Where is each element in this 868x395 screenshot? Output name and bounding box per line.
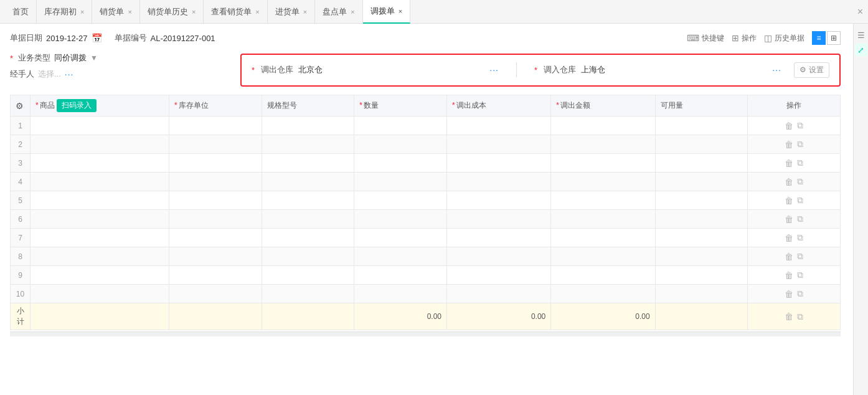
- history-button[interactable]: ◫ 历史单据: [764, 33, 804, 44]
- row-quantity[interactable]: [354, 247, 447, 266]
- row-product[interactable]: [31, 117, 169, 135]
- subtotal-copy-icon[interactable]: ⧉: [797, 312, 803, 322]
- row-spec[interactable]: [262, 285, 354, 303]
- delete-row-icon[interactable]: 🗑: [785, 289, 793, 299]
- row-spec[interactable]: [262, 191, 354, 210]
- tab-home[interactable]: 首页: [5, 0, 37, 24]
- row-transfer-amount[interactable]: [551, 135, 655, 154]
- operations-button[interactable]: ⊞ 操作: [732, 33, 757, 44]
- grid-view-button[interactable]: ⊞: [827, 31, 841, 45]
- sidebar-list-icon[interactable]: ☰: [855, 29, 867, 41]
- row-transfer-cost[interactable]: [447, 210, 551, 229]
- row-quantity[interactable]: [354, 173, 447, 191]
- table-container[interactable]: ⚙ *商品 扫码录入 *库存单位 规格型号 *数量 *调出成本 *调出金额 可用…: [10, 95, 841, 330]
- row-transfer-amount[interactable]: [551, 117, 655, 135]
- row-quantity[interactable]: [354, 154, 447, 173]
- delete-row-icon[interactable]: 🗑: [785, 214, 793, 224]
- row-available[interactable]: [655, 191, 748, 210]
- copy-row-icon[interactable]: ⧉: [797, 120, 803, 131]
- copy-row-icon[interactable]: ⧉: [797, 158, 803, 168]
- close-tab-view-sales[interactable]: ×: [255, 8, 259, 16]
- delete-row-icon[interactable]: 🗑: [785, 140, 793, 150]
- row-spec[interactable]: [262, 135, 354, 154]
- sidebar-expand-icon[interactable]: ⤢: [855, 44, 867, 56]
- row-quantity[interactable]: [354, 210, 447, 229]
- delete-row-icon[interactable]: 🗑: [785, 177, 793, 187]
- close-tab-inventory-check[interactable]: ×: [351, 8, 354, 16]
- warehouse-in-more-icon[interactable]: ···: [772, 65, 781, 75]
- row-spec[interactable]: [262, 173, 354, 191]
- row-available[interactable]: [655, 285, 748, 303]
- tab-inventory-init[interactable]: 库存期初 ×: [37, 0, 92, 24]
- handler-more-icon[interactable]: ···: [65, 69, 74, 79]
- row-transfer-cost[interactable]: [447, 191, 551, 210]
- horizontal-scrollbar[interactable]: [10, 331, 841, 336]
- copy-row-icon[interactable]: ⧉: [797, 139, 803, 150]
- row-unit[interactable]: [169, 210, 262, 229]
- delete-row-icon[interactable]: 🗑: [785, 233, 793, 243]
- row-unit[interactable]: [169, 229, 262, 247]
- row-unit[interactable]: [169, 154, 262, 173]
- close-tab-sales-history[interactable]: ×: [192, 8, 196, 16]
- tab-purchase-order[interactable]: 进货单 ×: [268, 0, 315, 24]
- row-spec[interactable]: [262, 117, 354, 135]
- row-quantity[interactable]: [354, 266, 447, 285]
- row-available[interactable]: [655, 117, 748, 135]
- row-unit[interactable]: [169, 117, 262, 135]
- handler-select[interactable]: 选择...: [38, 69, 61, 80]
- close-all-tabs-button[interactable]: ×: [857, 6, 863, 17]
- copy-row-icon[interactable]: ⧉: [797, 232, 803, 243]
- tab-view-sales[interactable]: 查看销货单 ×: [204, 0, 267, 24]
- row-transfer-amount[interactable]: [551, 247, 655, 266]
- tab-transfer-order[interactable]: 调拨单 ×: [363, 0, 410, 24]
- copy-row-icon[interactable]: ⧉: [797, 270, 803, 280]
- row-available[interactable]: [655, 266, 748, 285]
- row-transfer-cost[interactable]: [447, 173, 551, 191]
- tab-sales-order[interactable]: 销货单 ×: [92, 0, 139, 24]
- row-available[interactable]: [655, 247, 748, 266]
- row-product[interactable]: [31, 266, 169, 285]
- row-transfer-amount[interactable]: [551, 285, 655, 303]
- row-product[interactable]: [31, 285, 169, 303]
- row-transfer-amount[interactable]: [551, 210, 655, 229]
- copy-row-icon[interactable]: ⧉: [797, 195, 803, 206]
- row-product[interactable]: [31, 229, 169, 247]
- subtotal-delete-icon[interactable]: 🗑: [785, 312, 793, 321]
- row-product[interactable]: [31, 173, 169, 191]
- row-available[interactable]: [655, 173, 748, 191]
- calendar-icon[interactable]: 📅: [92, 33, 102, 43]
- row-spec[interactable]: [262, 154, 354, 173]
- close-tab-transfer-order[interactable]: ×: [399, 7, 402, 15]
- row-transfer-cost[interactable]: [447, 247, 551, 266]
- tab-sales-history[interactable]: 销货单历史 ×: [140, 0, 204, 24]
- copy-row-icon[interactable]: ⧉: [797, 214, 803, 224]
- delete-row-icon[interactable]: 🗑: [785, 158, 793, 168]
- copy-row-icon[interactable]: ⧉: [797, 176, 803, 187]
- row-product[interactable]: [31, 154, 169, 173]
- row-spec[interactable]: [262, 210, 354, 229]
- delete-row-icon[interactable]: 🗑: [785, 270, 793, 280]
- row-unit[interactable]: [169, 247, 262, 266]
- warehouse-out-more-icon[interactable]: ···: [489, 65, 499, 75]
- settings-button[interactable]: ⚙ 设置: [794, 62, 829, 78]
- row-quantity[interactable]: [354, 285, 447, 303]
- copy-row-icon[interactable]: ⧉: [797, 251, 803, 262]
- shortcuts-button[interactable]: ⌨ 快捷键: [687, 33, 724, 44]
- row-transfer-cost[interactable]: [447, 154, 551, 173]
- row-transfer-amount[interactable]: [551, 266, 655, 285]
- copy-row-icon[interactable]: ⧉: [797, 288, 803, 299]
- row-unit[interactable]: [169, 173, 262, 191]
- row-quantity[interactable]: [354, 117, 447, 135]
- row-unit[interactable]: [169, 266, 262, 285]
- row-product[interactable]: [31, 191, 169, 210]
- row-quantity[interactable]: [354, 229, 447, 247]
- tab-inventory-check[interactable]: 盘点单 ×: [315, 0, 362, 24]
- row-product[interactable]: [31, 210, 169, 229]
- business-type-select[interactable]: 同价调拨 ▼: [54, 52, 154, 64]
- row-product[interactable]: [31, 135, 169, 154]
- row-available[interactable]: [655, 154, 748, 173]
- scan-entry-button[interactable]: 扫码录入: [57, 99, 97, 112]
- row-available[interactable]: [655, 229, 748, 247]
- row-transfer-amount[interactable]: [551, 229, 655, 247]
- row-unit[interactable]: [169, 191, 262, 210]
